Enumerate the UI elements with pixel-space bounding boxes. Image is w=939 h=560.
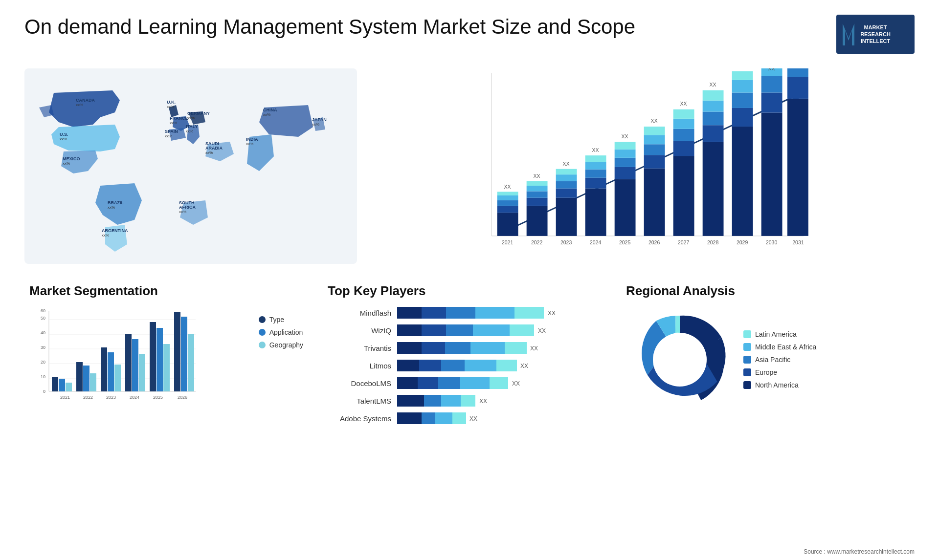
svg-text:xx%: xx% [63,161,70,166]
svg-rect-163 [397,395,424,407]
svg-rect-52 [644,155,665,169]
svg-rect-21 [497,213,518,236]
svg-rect-30 [527,186,548,191]
svg-rect-39 [585,189,606,236]
svg-text:2027: 2027 [678,240,689,245]
player-bar-docebo: XX [397,376,602,390]
player-row-mindflash: Mindflash XX [328,306,602,320]
svg-text:2023: 2023 [106,395,116,400]
svg-rect-153 [441,360,465,371]
legend-north-america: North America [743,381,816,389]
legend-application-dot [259,329,266,336]
legend-asia-pacific-color [743,356,751,364]
logo: MARKET RESEARCH INTELLECT [836,15,915,54]
svg-rect-142 [473,324,510,336]
bar-2030: XX [761,68,782,236]
svg-rect-158 [418,377,438,389]
legend-type: Type [259,316,303,323]
svg-rect-69 [732,127,753,236]
svg-rect-109 [52,377,58,391]
svg-rect-164 [424,395,441,407]
svg-rect-117 [101,347,107,391]
player-name-litmos: Litmos [328,362,391,370]
legend-geography-dot [259,342,266,348]
svg-text:xx%: xx% [187,116,195,120]
svg-rect-168 [397,412,422,424]
svg-text:2024: 2024 [130,395,139,400]
svg-text:XX: XX [470,415,477,422]
svg-rect-149 [505,342,527,354]
svg-rect-152 [419,360,441,371]
svg-text:10: 10 [41,374,45,379]
svg-rect-34 [556,189,577,198]
player-row-litmos: Litmos XX [328,359,602,372]
svg-text:xx%: xx% [60,137,67,141]
svg-rect-28 [527,198,548,206]
legend-application: Application [259,328,303,336]
legend-type-dot [259,316,266,323]
source-text: Source : www.marketresearchintellect.com [804,548,915,555]
svg-text:XX: XX [534,173,540,179]
svg-text:xx%: xx% [165,134,172,138]
svg-rect-119 [114,365,121,391]
bar-2024: XX [585,148,606,236]
svg-text:XX: XX [622,134,628,139]
page-title: On demand Learning Management System Mar… [24,15,635,39]
player-row-docebo: DoceboLMS XX [328,376,602,390]
svg-rect-161 [490,377,508,389]
svg-rect-66 [703,101,724,112]
svg-rect-73 [732,71,753,80]
svg-text:2023: 2023 [560,240,572,245]
player-bar-adobe: XX [397,411,602,425]
svg-rect-45 [615,179,636,236]
svg-point-173 [653,333,707,387]
svg-text:2025: 2025 [153,395,163,400]
svg-rect-25 [497,192,518,195]
segmentation-chart: 0 10 20 30 40 50 60 [29,306,249,415]
svg-rect-141 [446,324,473,336]
logo-text: MARKET RESEARCH INTELLECT [858,22,893,47]
regional-content: Latin America Middle East & Africa Asia … [626,306,910,413]
player-name-adobe: Adobe Systems [328,414,391,423]
legend-north-america-color [743,381,751,389]
svg-rect-71 [732,93,753,108]
player-row-talentlms: TalentLMS XX [328,394,602,408]
svg-text:2022: 2022 [531,240,542,245]
svg-rect-155 [496,360,517,371]
map-section: CANADA xx% U.S. xx% MEXICO xx% BRAZIL xx… [24,64,357,269]
svg-rect-139 [397,324,422,336]
svg-rect-151 [397,360,419,371]
svg-rect-129 [174,312,180,391]
bar-2022: XX [527,173,548,236]
svg-text:XX: XX [563,161,570,167]
bar-2026: XX [644,118,665,236]
player-name-docebo: DoceboLMS [328,379,391,388]
player-name-talentlms: TalentLMS [328,397,391,405]
svg-text:XX: XX [592,148,599,153]
svg-rect-42 [585,162,606,169]
segmentation-title: Market Segmentation [29,283,303,299]
bar-2023: XX [556,161,577,236]
svg-rect-65 [703,112,724,126]
svg-rect-49 [615,142,636,149]
legend-latin-america: Latin America [743,330,816,338]
svg-rect-170 [435,412,452,424]
svg-rect-61 [673,109,694,119]
svg-text:0: 0 [43,389,45,394]
svg-rect-130 [181,317,187,391]
svg-rect-88 [761,76,782,92]
player-bar-litmos: XX [397,359,602,372]
svg-text:xx%: xx% [102,233,109,237]
svg-rect-93 [787,68,808,77]
svg-rect-40 [585,178,606,189]
svg-rect-67 [703,90,724,101]
svg-rect-43 [585,155,606,162]
svg-rect-146 [422,342,445,354]
svg-rect-33 [556,198,577,236]
svg-rect-169 [422,412,435,424]
svg-rect-133 [397,307,422,319]
svg-rect-115 [90,373,96,391]
svg-rect-22 [497,206,518,213]
bar-2027: XX [673,101,694,236]
world-map: CANADA xx% U.S. xx% MEXICO xx% BRAZIL xx… [24,64,357,269]
